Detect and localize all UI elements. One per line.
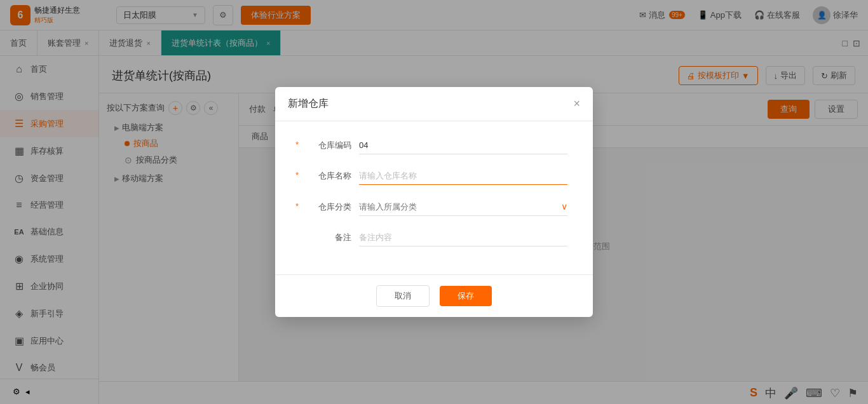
form-row-name: 仓库名称	[301, 167, 567, 185]
category-input[interactable]	[359, 202, 561, 212]
name-label: 仓库名称	[301, 170, 351, 182]
form-row-remark: 备注	[301, 229, 567, 246]
form-row-category: 仓库分类 ∨	[301, 198, 567, 216]
modal-footer: 取消 保存	[275, 274, 593, 317]
remark-input[interactable]	[359, 229, 567, 246]
category-select[interactable]: ∨	[359, 198, 567, 216]
modal-title: 新增仓库	[288, 97, 329, 111]
code-label: 仓库编码	[301, 140, 351, 151]
code-input[interactable]	[359, 137, 567, 154]
modal-body: 仓库编码 仓库名称 仓库分类 ∨ 备注	[275, 121, 593, 274]
save-button[interactable]: 保存	[440, 286, 492, 306]
form-row-code: 仓库编码	[301, 137, 567, 154]
remark-label: 备注	[301, 232, 351, 243]
modal-overlay[interactable]: 新增仓库 × 仓库编码 仓库名称 仓库分类 ∨	[0, 0, 868, 404]
modal-new-warehouse: 新增仓库 × 仓库编码 仓库名称 仓库分类 ∨	[275, 87, 593, 317]
category-chevron-icon[interactable]: ∨	[561, 201, 567, 212]
category-label: 仓库分类	[301, 201, 351, 213]
cancel-button[interactable]: 取消	[376, 285, 430, 307]
modal-close-button[interactable]: ×	[573, 97, 580, 111]
name-input[interactable]	[359, 167, 567, 185]
modal-header: 新增仓库 ×	[275, 87, 593, 121]
